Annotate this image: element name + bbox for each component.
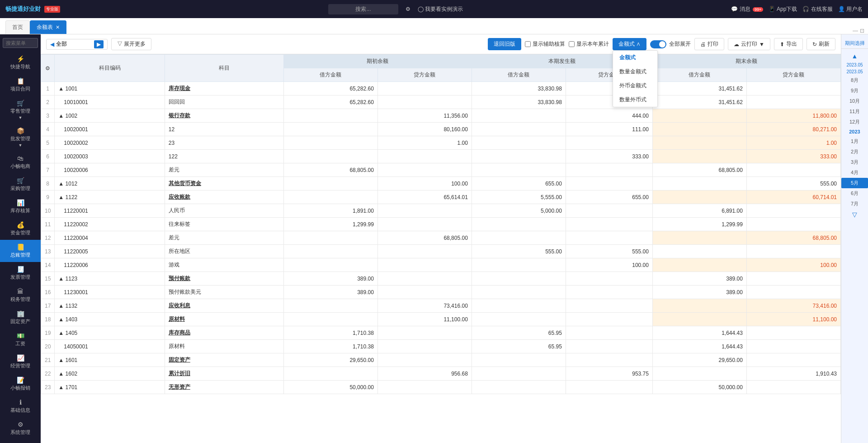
- month-2[interactable]: 2月: [841, 147, 868, 157]
- format-btn[interactable]: 金额式 ∧: [613, 38, 646, 50]
- table-settings-icon[interactable]: ⚙: [45, 65, 50, 71]
- window-minimize-btn[interactable]: —: [853, 28, 858, 34]
- row-name[interactable]: 23: [165, 136, 283, 150]
- app-download-btn[interactable]: 📱 App下载: [769, 5, 797, 13]
- return-old-btn[interactable]: 退回旧版: [488, 38, 521, 50]
- row-code[interactable]: 11220001: [55, 204, 165, 218]
- print-btn[interactable]: 🖨 打印: [694, 38, 724, 50]
- row-name[interactable]: 差元: [165, 231, 283, 245]
- month-4[interactable]: 4月: [841, 167, 868, 178]
- format-option-foreign[interactable]: 外币金额式: [613, 79, 657, 93]
- message-btn[interactable]: 💬 消息 99+: [731, 5, 763, 13]
- row-code[interactable]: ▲ 1405: [55, 326, 165, 340]
- row-code[interactable]: 10020006: [55, 163, 165, 177]
- month-5[interactable]: 5月: [841, 178, 868, 188]
- sidebar-item-expense[interactable]: 📝 小畅报销: [0, 373, 41, 395]
- format-option-qty-amount[interactable]: 数量金额式: [613, 65, 657, 79]
- sidebar-item-ledger[interactable]: 📒 总账管理: [0, 240, 41, 262]
- col-settings[interactable]: ⚙: [41, 55, 55, 82]
- sidebar-item-tax[interactable]: 🏛 税务管理: [0, 284, 41, 306]
- row-code[interactable]: 10010001: [55, 95, 165, 109]
- row-code[interactable]: ▲ 1122: [55, 191, 165, 204]
- demo-link[interactable]: ◯ 我要看实例演示: [418, 5, 463, 13]
- row-code[interactable]: 11220004: [55, 231, 165, 245]
- sidebar-item-basic[interactable]: ℹ 基础信息: [0, 395, 41, 417]
- row-name[interactable]: 其他货币资金: [165, 177, 283, 191]
- period-down-btn[interactable]: ▽: [850, 209, 859, 220]
- row-code[interactable]: 10020003: [55, 150, 165, 163]
- show-year-sum-check[interactable]: [569, 41, 575, 47]
- sidebar-item-quicknav[interactable]: ⚡ 快捷导航: [0, 52, 41, 74]
- sidebar-item-payroll[interactable]: 💵 工资: [0, 329, 41, 351]
- month-10[interactable]: 10月: [841, 96, 868, 106]
- refresh-btn[interactable]: ↻ 刷新: [807, 38, 835, 50]
- row-code[interactable]: ▲ 1602: [55, 367, 165, 381]
- row-code[interactable]: ▲ 1002: [55, 109, 165, 123]
- sidebar-item-project[interactable]: 📋 项目合同: [0, 74, 41, 96]
- sidebar-item-collab[interactable]: 🤝 企业协同: [0, 439, 41, 443]
- month-9[interactable]: 9月: [841, 86, 868, 96]
- row-code[interactable]: 14050001: [55, 340, 165, 353]
- row-code[interactable]: ▲ 1123: [55, 272, 165, 286]
- tab-close-icon[interactable]: ✕: [56, 24, 60, 30]
- row-name[interactable]: 应收利息: [165, 299, 283, 313]
- row-name[interactable]: 原材料: [165, 313, 283, 326]
- online-service-btn[interactable]: 🎧 在线客服: [802, 5, 832, 13]
- sidebar-item-retail[interactable]: 🛒 零售管理 ▼: [0, 96, 41, 124]
- expand-all-toggle[interactable]: [650, 40, 666, 48]
- row-code[interactable]: ▲ 1012: [55, 177, 165, 191]
- row-code[interactable]: ▲ 1601: [55, 353, 165, 367]
- search-input[interactable]: [56, 41, 92, 48]
- sidebar-item-fixedassets[interactable]: 🏢 固定资产: [0, 306, 41, 329]
- search-bar[interactable]: 搜索...: [328, 4, 398, 14]
- search-right-icon[interactable]: ▶: [94, 40, 104, 48]
- user-avatar[interactable]: 👤 用户名: [838, 5, 863, 13]
- period-up-btn[interactable]: ▲: [850, 51, 860, 62]
- row-code[interactable]: 11220002: [55, 218, 165, 231]
- row-name[interactable]: 预付账款美元: [165, 286, 283, 299]
- tab-balance-sheet[interactable]: 余额表 ✕: [30, 20, 66, 34]
- sidebar-item-purchase[interactable]: 🛒 采购管理: [0, 173, 41, 195]
- row-name[interactable]: 差元: [165, 163, 283, 177]
- sidebar-item-invoice[interactable]: 🧾 发票管理: [0, 262, 41, 284]
- month-12[interactable]: 12月: [841, 117, 868, 127]
- month-3[interactable]: 3月: [841, 157, 868, 167]
- row-name[interactable]: 库存商品: [165, 326, 283, 340]
- row-name[interactable]: 原材料: [165, 340, 283, 353]
- sidebar-item-finance[interactable]: 💰 资金管理: [0, 218, 41, 240]
- row-code[interactable]: 11230001: [55, 286, 165, 299]
- row-name[interactable]: 人民币: [165, 204, 283, 218]
- row-name[interactable]: 固定资产: [165, 353, 283, 367]
- show-assist-check[interactable]: [525, 41, 531, 47]
- row-name[interactable]: 应收账款: [165, 191, 283, 204]
- row-code[interactable]: ▲ 1132: [55, 299, 165, 313]
- sidebar-item-ecommerce[interactable]: 🛍 小畅电商: [0, 151, 41, 173]
- format-option-qty-foreign[interactable]: 数量外币式: [613, 93, 657, 107]
- settings-icon[interactable]: ⚙: [406, 6, 410, 12]
- row-code[interactable]: ▲ 1701: [55, 381, 165, 394]
- sidebar-search-input[interactable]: [3, 38, 38, 48]
- row-name[interactable]: 122: [165, 150, 283, 163]
- row-name[interactable]: 所在地区: [165, 245, 283, 258]
- sidebar-item-operations[interactable]: 📈 经营管理: [0, 351, 41, 373]
- row-code[interactable]: ▲ 1001: [55, 82, 165, 95]
- row-name[interactable]: 银行存款: [165, 109, 283, 123]
- expand-more-btn[interactable]: ▽ 展开更多: [111, 38, 151, 50]
- row-name[interactable]: 预付账款: [165, 272, 283, 286]
- row-name[interactable]: 12: [165, 123, 283, 136]
- row-code[interactable]: ▲ 1403: [55, 313, 165, 326]
- row-code[interactable]: 11220005: [55, 245, 165, 258]
- row-name[interactable]: 库存现金: [165, 82, 283, 95]
- row-code[interactable]: 10020002: [55, 136, 165, 150]
- month-11[interactable]: 11月: [841, 106, 868, 117]
- format-option-amount[interactable]: 金额式: [613, 51, 657, 65]
- row-name[interactable]: 无形资产: [165, 381, 283, 394]
- row-code[interactable]: 10020001: [55, 123, 165, 136]
- sidebar-item-wholesale[interactable]: 📦 批发管理 ▼: [0, 124, 41, 151]
- month-1[interactable]: 1月: [841, 136, 868, 147]
- row-name[interactable]: 累计折旧: [165, 367, 283, 381]
- sidebar-item-inventory[interactable]: 📊 库存核算: [0, 195, 41, 218]
- row-name[interactable]: 游戏: [165, 258, 283, 272]
- month-7[interactable]: 7月: [841, 199, 868, 209]
- row-name[interactable]: 回回回: [165, 95, 283, 109]
